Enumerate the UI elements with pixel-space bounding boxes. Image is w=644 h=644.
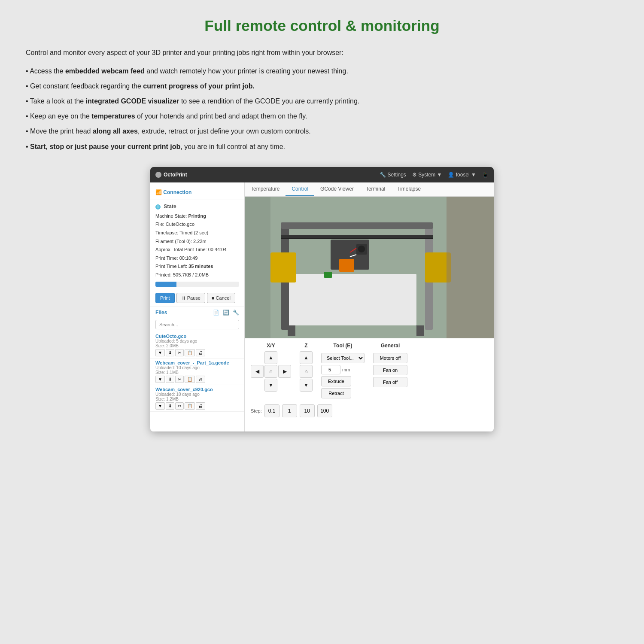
state-title: i State [150,202,244,212]
bullet-5: Move the print head along all axes, extr… [26,124,618,139]
motors-off-button[interactable]: Motors off [373,353,407,363]
file-action-print-1[interactable]: 🖨 [196,349,205,356]
tab-terminal[interactable]: Terminal [360,182,391,196]
tabs-bar: Temperature Control GCode Viewer Termina… [245,182,494,197]
file-action-download-3[interactable]: ⬇ [166,402,174,410]
tool-select-dropdown[interactable]: Select Tool... [321,353,365,363]
nav-system[interactable]: ⚙ System ▼ [412,172,442,178]
extrude-button[interactable]: Extrude [321,376,351,386]
z-home-button[interactable]: ⌂ [300,365,313,378]
file-actions-1: ▼ ⬇ ✂ 📋 🖨 [155,349,239,356]
file-action-copy-3[interactable]: 📋 [185,402,195,410]
print-time-left-row: Print Time Left: 35 minutes [150,262,244,271]
file-actions-2: ▼ ⬇ ✂ 📋 🖨 [155,376,239,383]
file-action-copy-2[interactable]: 📋 [185,376,195,383]
file-action-copy-1[interactable]: 📋 [185,349,195,356]
mm-input[interactable] [321,365,340,374]
total-print-time-row: Approx. Total Print Time: 00:44:04 [150,246,244,254]
tool-controls: Tool (E) Select Tool... mm Extrude Retra… [321,343,365,398]
controls-section: X/Y ▲ ◀ ⌂ ▶ ▼ Z [245,338,494,403]
screenshot-container: OctoPrint 🔧 Settings ⚙ System ▼ 👤 foosel… [150,167,494,431]
bullet-4: Keep an eye on the temperatures of your … [26,109,618,124]
tab-control[interactable]: Control [286,182,314,196]
xy-empty-tl [251,351,264,364]
tab-gcode-viewer[interactable]: GCode Viewer [314,182,360,196]
files-icon-group: 📄 🔄 🔧 [213,310,239,316]
file-action-select-1[interactable]: ▼ [155,349,165,356]
step-10-button[interactable]: 10 [300,404,315,417]
xy-home-button[interactable]: ⌂ [264,365,277,378]
retract-button[interactable]: Retract [321,388,351,398]
xy-label: X/Y [251,343,291,349]
file-action-print-2[interactable]: 🖨 [196,376,205,383]
file-meta-3-uploaded: Uploaded: 10 days ago [155,392,239,397]
filament-row: Filament (Tool 0): 2.22m [150,237,244,246]
sidebar: 📶 Connection i State Machine State: Prin… [150,182,245,431]
file-action-move-3[interactable]: ✂ [175,402,184,410]
progress-bar [155,282,239,287]
step-100-button[interactable]: 100 [317,404,332,417]
svg-rect-17 [447,197,494,338]
octoprint-navbar: OctoPrint 🔧 Settings ⚙ System ▼ 👤 foosel… [150,167,494,182]
octoprint-brand: OctoPrint [155,172,187,178]
file-action-select-2[interactable]: ▼ [155,376,165,383]
step-0.1-button[interactable]: 0.1 [264,404,279,417]
settings-icon[interactable]: 🔧 [233,310,239,316]
bullet-6: Start, stop or just pause your current p… [26,139,618,154]
file-action-download-2[interactable]: ⬇ [166,376,174,383]
bullet-3: Take a look at the integrated GCODE visu… [26,94,618,109]
octoprint-logo [155,172,161,178]
brand-name: OctoPrint [164,172,187,178]
nav-links: 🔧 Settings ⚙ System ▼ 👤 foosel ▼ 📱 [380,172,489,178]
nav-user[interactable]: 👤 foosel ▼ [448,172,476,178]
pause-button[interactable]: ⏸ Pause [176,293,205,303]
fan-on-button[interactable]: Fan on [373,365,407,375]
nav-settings[interactable]: 🔧 Settings [380,172,406,178]
bullet-2: Get constant feedback regarding the curr… [26,79,618,94]
connection-icon: 📶 [155,189,162,195]
z-label: Z [300,343,313,349]
print-button[interactable]: Print [155,293,175,303]
step-1-button[interactable]: 1 [282,404,297,417]
tool-label: Tool (E) [321,343,365,349]
refresh-icon[interactable]: 🔄 [223,310,229,316]
svg-point-10 [358,246,365,252]
print-controls: Print ⏸ Pause ■ Cancel [150,289,244,307]
main-panel: Temperature Control GCode Viewer Termina… [245,182,494,431]
fan-off-button[interactable]: Fan off [373,377,407,387]
progress-bar-fill [155,282,176,287]
xy-right-button[interactable]: ▶ [278,365,291,378]
file-action-download-1[interactable]: ⬇ [166,349,174,356]
bullet-1: Access the embedded webcam feed and watc… [26,64,618,79]
xy-up-button[interactable]: ▲ [264,351,277,364]
tab-temperature[interactable]: Temperature [245,182,286,196]
step-label: Step: [251,408,262,413]
file-item-3: Webcam_cover_c920.gco Uploaded: 10 days … [150,385,244,412]
xy-empty-br [278,379,291,392]
xy-left-button[interactable]: ◀ [251,365,264,378]
file-action-select-3[interactable]: ▼ [155,402,165,410]
printer-svg [245,197,494,338]
file-action-print-3[interactable]: 🖨 [196,402,205,410]
z-down-button[interactable]: ▼ [300,379,313,392]
file-name-2: Webcam_cover_-_Part_1a.gcode [155,360,239,365]
file-item-1: CuteOcto.gco Uploaded: 5 days ago Size: … [150,332,244,358]
webcam-feed [245,197,494,338]
file-icon[interactable]: 📄 [213,310,219,316]
z-col: ▲ ⌂ ▼ [300,351,313,392]
file-meta-2-uploaded: Uploaded: 10 days ago [155,365,239,370]
tab-timelapse[interactable]: Timelapse [391,182,427,196]
xy-down-button[interactable]: ▼ [264,379,277,392]
svg-rect-13 [288,325,295,336]
cancel-button[interactable]: ■ Cancel [207,293,235,303]
z-up-button[interactable]: ▲ [300,351,313,364]
file-meta-3-size: Size: 1.2MB [155,397,239,401]
printed-row: Printed: 505.7KB / 2.0MB [150,271,244,279]
file-action-move-1[interactable]: ✂ [175,349,184,356]
file-action-move-2[interactable]: ✂ [175,376,184,383]
nav-mobile[interactable]: 📱 [482,172,489,178]
file-search-input[interactable] [155,320,239,329]
octoprint-body: 📶 Connection i State Machine State: Prin… [150,182,494,431]
mm-input-row: mm [321,365,365,374]
xy-grid: ▲ ◀ ⌂ ▶ ▼ [251,351,291,392]
